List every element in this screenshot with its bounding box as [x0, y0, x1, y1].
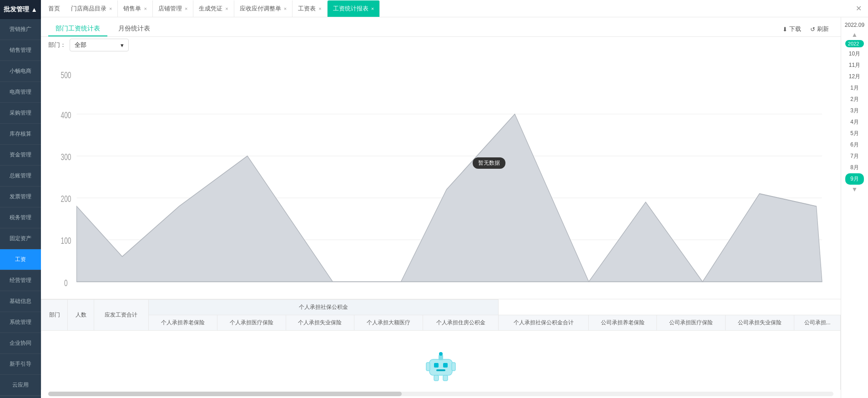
tab-生成凭证[interactable]: 生成凭证×: [193, 0, 234, 17]
refresh-button[interactable]: ↺ 刷新: [806, 23, 833, 35]
sidebar-item-总账管理[interactable]: 总账管理: [0, 166, 41, 186]
sidebar-item-云应用[interactable]: 云应用: [0, 375, 41, 396]
svg-text:100: 100: [61, 236, 71, 246]
timeline-down-arrow[interactable]: ▼: [852, 185, 858, 194]
timeline-month-4月[interactable]: 4月: [845, 116, 864, 128]
empty-text: 暂无数据: [430, 389, 452, 390]
svg-rect-15: [436, 369, 445, 371]
empty-state: 暂无数据: [46, 334, 836, 390]
th-company-medical: 公司承担医疗保险: [657, 315, 726, 331]
data-table-section: 部门 人数 应发工资合计 个人承担社保公积金 个人承担养老保险 个人承担医疗保险…: [41, 299, 841, 390]
settings-button[interactable]: ⚙: [0, 396, 41, 398]
sidebar-item-采购管理[interactable]: 采购管理: [0, 103, 41, 124]
refresh-icon: ↺: [810, 26, 815, 33]
svg-rect-19: [452, 363, 455, 371]
timeline-month-9月[interactable]: 9月: [845, 173, 864, 185]
svg-rect-14: [443, 363, 448, 368]
tab-工资表[interactable]: 工资表×: [293, 0, 327, 17]
sidebar: 批发管理 ▲ 营销推广销售管理小畅电商电商管理采购管理库存核算资金管理总账管理发…: [0, 0, 41, 398]
main-area: 首页 门店商品目录×销售单×店铺管理×生成凭证×应收应付调整单×工资表×工资统计…: [41, 0, 868, 398]
sidebar-item-电商管理[interactable]: 电商管理: [0, 82, 41, 103]
sidebar-item-经营管理[interactable]: 经营管理: [0, 270, 41, 291]
tab-门店商品目录[interactable]: 门店商品目录×: [66, 0, 118, 17]
dept-select[interactable]: 全部 ▾: [70, 39, 129, 51]
sidebar-item-工资[interactable]: 工资: [0, 249, 41, 270]
tabs-bar: 首页 门店商品目录×销售单×店铺管理×生成凭证×应收应付调整单×工资表×工资统计…: [41, 0, 868, 17]
toolbar: ⬇ 下载 ↺ 刷新: [778, 23, 833, 35]
salary-table: 部门 人数 应发工资合计 个人承担社保公积金 个人承担养老保险 个人承担医疗保险…: [41, 299, 841, 390]
th-company-pension: 公司承担养老保险: [588, 315, 657, 331]
th-personal-social-total: 个人承担社保公积金合计: [499, 315, 588, 331]
sub-tab-部门工资统计表[interactable]: 部门工资统计表: [48, 22, 107, 36]
sidebar-item-税务管理[interactable]: 税务管理: [0, 207, 41, 228]
tab-销售单[interactable]: 销售单×: [118, 0, 152, 17]
refresh-label: 刷新: [817, 25, 829, 33]
timeline-month-11月[interactable]: 11月: [845, 60, 864, 71]
timeline-months: 202210月11月12月1月2月3月4月5月6月7月8月9月: [845, 39, 864, 185]
sidebar-item-销售管理[interactable]: 销售管理: [0, 40, 41, 61]
tab-close-icon[interactable]: ×: [144, 6, 146, 11]
empty-robot-icon: [423, 348, 459, 384]
dept-select-value: 全部: [75, 41, 86, 49]
sidebar-collapse-icon[interactable]: ▲: [31, 6, 37, 13]
svg-text:500: 500: [61, 70, 71, 80]
th-dept: 部门: [41, 300, 68, 331]
timeline-month-10月[interactable]: 10月: [845, 48, 864, 60]
tab-close-icon[interactable]: ×: [109, 6, 112, 11]
sidebar-item-库存核算[interactable]: 库存核算: [0, 124, 41, 145]
th-company-unemployment: 公司承担失业保险: [726, 315, 794, 331]
download-button[interactable]: ⬇ 下载: [778, 23, 806, 35]
sidebar-item-系统管理[interactable]: 系统管理: [0, 312, 41, 333]
download-icon: ⬇: [782, 26, 787, 33]
tab-应收应付调整单[interactable]: 应收应付调整单×: [234, 0, 293, 17]
tab-工资统计报表[interactable]: 工资统计报表×: [328, 0, 380, 17]
sidebar-item-小畅电商[interactable]: 小畅电商: [0, 61, 41, 82]
th-personal-medical: 个人承担医疗保险: [217, 315, 286, 331]
tab-home[interactable]: 首页: [43, 5, 66, 13]
tab-close-icon[interactable]: ×: [318, 6, 321, 11]
sidebar-item-企业协同[interactable]: 企业协同: [0, 333, 41, 354]
sidebar-item-新手引导[interactable]: 新手引导: [0, 354, 41, 375]
timeline-month-7月[interactable]: 7月: [845, 151, 864, 162]
timeline-year-badge: 2022: [845, 40, 864, 47]
sub-tab-月份统计表[interactable]: 月份统计表: [111, 22, 157, 36]
timeline-month-3月[interactable]: 3月: [845, 105, 864, 116]
timeline-month-2月[interactable]: 2月: [845, 94, 864, 105]
timeline-month-8月[interactable]: 8月: [845, 162, 864, 173]
th-personal-housing-fund: 个人承担住房公积金: [423, 315, 499, 331]
tab-close-icon[interactable]: ×: [185, 6, 187, 11]
sub-tabs-container: 部门工资统计表月份统计表: [48, 22, 161, 36]
svg-rect-18: [426, 363, 430, 371]
timeline-month-12月[interactable]: 12月: [845, 71, 864, 82]
tab-close-icon[interactable]: ×: [284, 6, 287, 11]
tabs-container: 门店商品目录×销售单×店铺管理×生成凭证×应收应付调整单×工资表×工资统计报表×: [66, 0, 380, 17]
sidebar-item-发票管理[interactable]: 发票管理: [0, 186, 41, 207]
timeline-panel: 2022.09 ▲ 202210月11月12月1月2月3月4月5月6月7月8月9…: [841, 17, 868, 398]
horizontal-scrollbar[interactable]: [48, 392, 833, 396]
tab-close-icon[interactable]: ×: [225, 6, 228, 11]
chart-container: 0 100 200 300 400 500 暂: [41, 55, 841, 299]
svg-rect-13: [434, 363, 439, 368]
scrollbar-thumb[interactable]: [48, 392, 402, 396]
chevron-down-icon: ▾: [121, 42, 124, 49]
timeline-month-5月[interactable]: 5月: [845, 128, 864, 139]
th-count: 人数: [68, 300, 94, 331]
svg-text:400: 400: [61, 110, 71, 120]
sidebar-header[interactable]: 批发管理 ▲: [0, 0, 41, 19]
timeline-month-1月[interactable]: 1月: [845, 82, 864, 94]
tab-close-icon[interactable]: ×: [371, 6, 374, 11]
timeline-year-label: 2022.09: [845, 20, 864, 30]
timeline-up-arrow[interactable]: ▲: [852, 30, 858, 39]
tab-店铺管理[interactable]: 店铺管理×: [153, 0, 193, 17]
sidebar-item-资金管理[interactable]: 资金管理: [0, 145, 41, 166]
empty-row: 暂无数据: [41, 331, 841, 390]
close-all-button[interactable]: ✕: [851, 4, 866, 13]
svg-point-17: [439, 352, 443, 356]
sidebar-item-基础信息[interactable]: 基础信息: [0, 291, 41, 312]
timeline-month-6月[interactable]: 6月: [845, 139, 864, 151]
sidebar-title: 批发管理: [4, 5, 29, 14]
filter-bar: 部门： 全部 ▾: [41, 37, 841, 55]
sidebar-item-固定资产[interactable]: 固定资产: [0, 228, 41, 249]
sidebar-item-营销推广[interactable]: 营销推广: [0, 19, 41, 40]
sidebar-items: 营销推广销售管理小畅电商电商管理采购管理库存核算资金管理总账管理发票管理税务管理…: [0, 19, 41, 396]
